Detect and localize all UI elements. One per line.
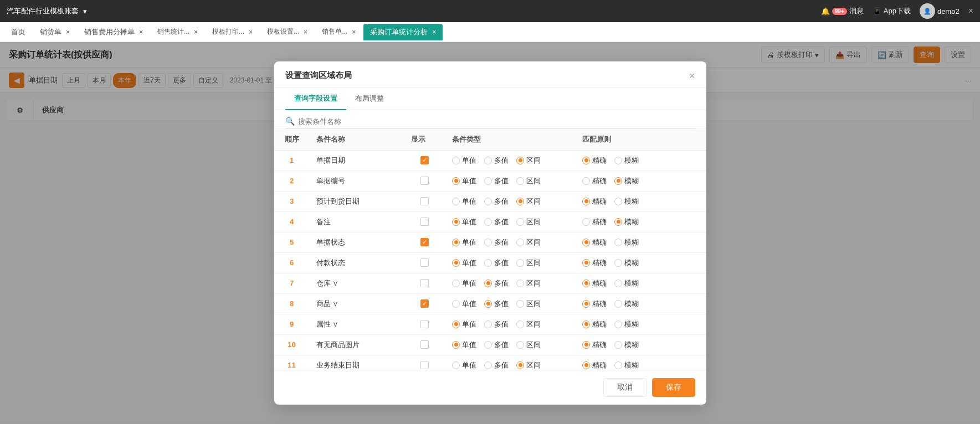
tab-sales-tab4-close[interactable]: ×	[249, 28, 253, 36]
header-order: 顺序	[274, 129, 310, 151]
tab-home[interactable]: 首页	[4, 24, 32, 40]
radio-match-精确-10[interactable]: 精确	[582, 360, 607, 370]
radio-type-区间-9[interactable]: 区间	[516, 340, 541, 350]
tab-purchase-stats-close[interactable]: ×	[432, 28, 436, 36]
user-area[interactable]: 👤 demo2	[920, 3, 960, 19]
radio-match-模糊-1[interactable]: 模糊	[614, 176, 639, 186]
radio-type-单值-0[interactable]: 单值	[452, 156, 476, 166]
radio-type-多值-3[interactable]: 多值	[484, 217, 509, 227]
tab-sales-order[interactable]: 销货单 ×	[33, 24, 76, 40]
tab-sales-tab5[interactable]: 模板设置... ×	[260, 24, 314, 40]
checkbox-display-2[interactable]	[420, 197, 429, 205]
row-match-8: 精确模糊	[576, 314, 706, 334]
radio-type-多值-10[interactable]: 多值	[484, 360, 509, 370]
cancel-button[interactable]: 取消	[603, 378, 647, 397]
radio-match-精确-3[interactable]: 精确	[582, 217, 607, 227]
radio-match-精确-8[interactable]: 精确	[582, 319, 607, 329]
radio-match-模糊-3[interactable]: 模糊	[614, 217, 639, 227]
download-btn[interactable]: 📱 App下载	[873, 6, 911, 16]
tab-sales-tab3[interactable]: 销售统计... ×	[151, 24, 204, 40]
checkbox-display-8[interactable]	[420, 320, 429, 328]
radio-match-精确-4[interactable]: 精确	[582, 237, 607, 247]
radio-type-区间-5[interactable]: 区间	[516, 258, 541, 268]
radio-type-多值-5[interactable]: 多值	[484, 258, 509, 268]
tab-sales-fee[interactable]: 销售费用分摊单 ×	[78, 24, 150, 40]
tab-sales-tab6[interactable]: 销售单... ×	[315, 24, 362, 40]
radio-type-单值-1[interactable]: 单值	[452, 176, 476, 186]
radio-match-模糊-5[interactable]: 模糊	[614, 258, 639, 268]
tab-sales-fee-close[interactable]: ×	[139, 28, 143, 36]
radio-type-单值-5[interactable]: 单值	[452, 258, 476, 268]
radio-type-区间-10[interactable]: 区间	[516, 360, 541, 370]
table-row: 7仓库 ∨单值多值区间精确模糊	[274, 273, 706, 293]
radio-type-区间-6[interactable]: 区间	[516, 278, 541, 288]
radio-type-区间-4[interactable]: 区间	[516, 237, 541, 247]
radio-match-精确-1[interactable]: 精确	[582, 176, 607, 186]
radio-type-多值-4[interactable]: 多值	[484, 237, 509, 247]
radio-type-多值-0[interactable]: 多值	[484, 156, 509, 166]
tab-sales-tab5-close[interactable]: ×	[304, 28, 307, 36]
checkbox-display-9[interactable]	[420, 340, 429, 349]
tab-purchase-stats[interactable]: 采购订单统计分析 ×	[363, 24, 443, 40]
top-close-btn[interactable]: ×	[968, 6, 973, 16]
radio-type-多值-8[interactable]: 多值	[484, 319, 509, 329]
radio-type-区间-2[interactable]: 区间	[516, 197, 541, 206]
checkbox-display-4[interactable]	[420, 238, 429, 246]
radio-type-单值-10[interactable]: 单值	[452, 360, 476, 370]
tab-layout-adjust[interactable]: 布局调整	[346, 88, 393, 110]
checkbox-display-10[interactable]	[420, 361, 429, 369]
search-input[interactable]	[298, 117, 695, 126]
checkbox-display-6[interactable]	[420, 279, 429, 287]
tab-sales-tab4[interactable]: 模板打印... ×	[206, 24, 259, 40]
radio-type-单值-7[interactable]: 单值	[452, 299, 476, 309]
radio-type-多值-6[interactable]: 多值	[484, 278, 509, 288]
radio-type-区间-0[interactable]: 区间	[516, 156, 541, 166]
radio-type-单值-9[interactable]: 单值	[452, 340, 476, 350]
radio-type-区间-1[interactable]: 区间	[516, 176, 541, 186]
radio-match-模糊-8[interactable]: 模糊	[614, 319, 639, 329]
checkbox-display-5[interactable]	[420, 258, 429, 267]
search-icon: 🔍	[285, 117, 295, 126]
radio-match-精确-9[interactable]: 精确	[582, 340, 607, 350]
radio-match-精确-6[interactable]: 精确	[582, 278, 607, 288]
dropdown-icon[interactable]: ▾	[83, 7, 87, 15]
radio-match-精确-7[interactable]: 精确	[582, 299, 607, 309]
radio-type-区间-8[interactable]: 区间	[516, 319, 541, 329]
radio-type-多值-7[interactable]: 多值	[484, 299, 509, 309]
radio-match-模糊-10[interactable]: 模糊	[614, 360, 639, 370]
radio-type-区间-7[interactable]: 区间	[516, 299, 541, 309]
table-row: 4备注单值多值区间精确模糊	[274, 211, 706, 232]
radio-type-多值-1[interactable]: 多值	[484, 176, 509, 186]
radio-match-模糊-9[interactable]: 模糊	[614, 340, 639, 350]
checkbox-display-7[interactable]	[420, 299, 429, 308]
tab-sales-tab6-close[interactable]: ×	[352, 28, 356, 36]
radio-type-多值-2[interactable]: 多值	[484, 197, 509, 206]
radio-type-单值-2[interactable]: 单值	[452, 197, 476, 206]
radio-match-模糊-4[interactable]: 模糊	[614, 237, 639, 247]
radio-match-精确-5[interactable]: 精确	[582, 258, 607, 268]
radio-match-精确-0[interactable]: 精确	[582, 156, 607, 166]
radio-type-单值-3[interactable]: 单值	[452, 217, 476, 227]
tab-sales-tab3-close[interactable]: ×	[194, 28, 198, 36]
header-name: 条件名称	[310, 129, 404, 151]
dialog-close-btn[interactable]: ×	[689, 71, 695, 81]
radio-type-单值-6[interactable]: 单值	[452, 278, 476, 288]
radio-type-单值-8[interactable]: 单值	[452, 319, 476, 329]
radio-match-模糊-0[interactable]: 模糊	[614, 156, 639, 166]
radio-type-区间-3[interactable]: 区间	[516, 217, 541, 227]
notification-btn[interactable]: 🔔 99+ 消息	[821, 6, 864, 16]
radio-match-模糊-2[interactable]: 模糊	[614, 197, 639, 206]
radio-match-模糊-7[interactable]: 模糊	[614, 299, 639, 309]
tab-sales-order-close[interactable]: ×	[66, 28, 70, 36]
radio-type-多值-9[interactable]: 多值	[484, 340, 509, 350]
checkbox-display-1[interactable]	[420, 177, 429, 185]
checkbox-display-0[interactable]	[420, 156, 429, 164]
save-button[interactable]: 保存	[652, 378, 695, 397]
checkbox-display-3[interactable]	[420, 218, 429, 226]
radio-match-模糊-6[interactable]: 模糊	[614, 278, 639, 288]
row-name-3: 备注	[310, 211, 404, 232]
radio-match-精确-2[interactable]: 精确	[582, 197, 607, 206]
tab-query-fields[interactable]: 查询字段设置	[285, 88, 346, 110]
dialog-header: 设置查询区域布局 ×	[274, 61, 706, 88]
radio-type-单值-4[interactable]: 单值	[452, 237, 476, 247]
